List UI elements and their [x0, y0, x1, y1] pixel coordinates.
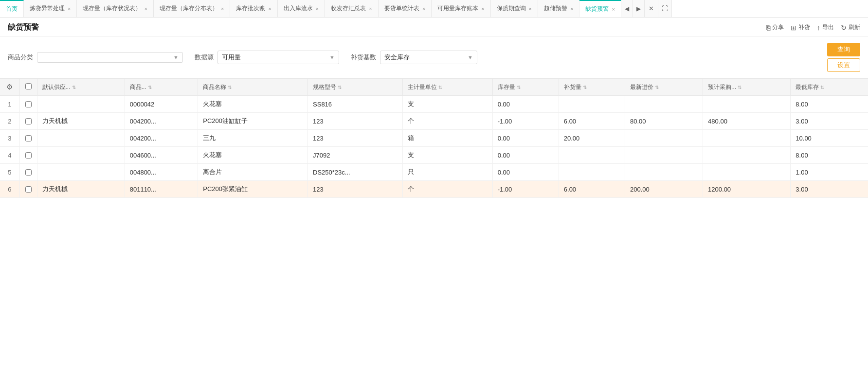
share-button[interactable]: ⎘ 分享 [766, 23, 784, 32]
row-replenish-3: 20.00 [559, 130, 625, 147]
table-row: 5 004800... 离合片 DS250*23c... 只 0.00 1.00 [0, 164, 868, 181]
th-est-purchase[interactable]: 预计采购... ⇅ [703, 79, 791, 96]
tab-close-collect-summary[interactable]: × [369, 6, 372, 12]
tab-shortage[interactable]: 缺货预警 × [579, 0, 621, 17]
row-select-2[interactable] [25, 118, 32, 124]
tab-inventory-status[interactable]: 现存量（库存状况表） × [77, 0, 153, 17]
row-product-code-5: 004800... [125, 164, 198, 181]
row-latest-price-1 [625, 96, 703, 113]
tab-home[interactable]: 首页 [0, 0, 24, 17]
tab-next-btn[interactable]: ▶ [633, 0, 645, 18]
sort-icon-replenish: ⇅ [583, 85, 587, 90]
sort-icon-product-code: ⇅ [148, 85, 152, 90]
sort-icon-est-purchase: ⇅ [738, 85, 741, 90]
row-est-purchase-4 [703, 147, 791, 164]
row-latest-price-2: 80.00 [625, 113, 703, 130]
table-body: 1 0000042 火花塞 SS816 支 0.00 8.00 2 力天机械 0… [0, 96, 868, 198]
row-checkbox-6[interactable] [19, 181, 37, 198]
category-select[interactable]: ▼ [37, 52, 183, 63]
row-checkbox-2[interactable] [19, 113, 37, 130]
tab-expiry-query[interactable]: 保质期查询 × [491, 0, 538, 17]
tab-collect-summary[interactable]: 收发存汇总表 × [325, 0, 378, 17]
settings-icon[interactable]: ⚙ [6, 83, 13, 91]
tab-order-stats[interactable]: 要货单统计表 × [379, 0, 432, 17]
th-min-stock[interactable]: 最低库存 ⇅ [791, 79, 868, 96]
th-unit[interactable]: 主计量单位 ⇅ [403, 79, 492, 96]
tab-close-shortage[interactable]: × [612, 6, 615, 12]
tab-fullscreen-btn[interactable]: ⛶ [658, 0, 672, 18]
tab-exception[interactable]: 炼货异常处理 × [24, 0, 77, 17]
row-checkbox-1[interactable] [19, 96, 37, 113]
tab-batch-account[interactable]: 库存批次账 × [230, 0, 277, 17]
refresh-button[interactable]: ↻ 刷新 [841, 23, 860, 32]
row-product-code-2: 004200... [125, 113, 198, 130]
tab-close-available-ledger[interactable]: × [481, 6, 484, 12]
th-settings[interactable]: ⚙ [0, 79, 19, 96]
table-row: 3 004200... 三九 123 箱 0.00 20.00 10.00 [0, 130, 868, 147]
row-index-6: 6 [0, 181, 19, 198]
row-product-name-6: PC200张紧油缸 [198, 181, 308, 198]
row-unit-6: 个 [403, 181, 492, 198]
tab-overstock[interactable]: 超储预警 × [538, 0, 579, 17]
tab-close-inventory-status[interactable]: × [144, 6, 147, 12]
row-stock-5: 0.00 [492, 164, 559, 181]
th-product-name[interactable]: 商品名称 ⇅ [198, 79, 308, 96]
page-title: 缺货预警 [8, 22, 39, 33]
row-select-6[interactable] [25, 186, 32, 193]
row-checkbox-4[interactable] [19, 147, 37, 164]
th-supplier[interactable]: 默认供应... ⇅ [37, 79, 125, 96]
tab-close-order-stats[interactable]: × [422, 6, 425, 12]
row-min-stock-5: 1.00 [791, 164, 868, 181]
replenish-button[interactable]: ⊞ 补货 [791, 23, 810, 32]
th-stock[interactable]: 库存量 ⇅ [492, 79, 559, 96]
table-row: 1 0000042 火花塞 SS816 支 0.00 8.00 [0, 96, 868, 113]
row-replenish-1 [559, 96, 625, 113]
refresh-icon: ↻ [841, 24, 847, 32]
th-spec[interactable]: 规格型号 ⇅ [308, 79, 403, 96]
row-select-4[interactable] [25, 152, 32, 158]
query-button[interactable]: 查询 [827, 43, 860, 56]
row-product-code-4: 004600... [125, 147, 198, 164]
tab-inout-flow[interactable]: 出入库流水 × [278, 0, 325, 17]
tab-close-expiry-query[interactable]: × [529, 6, 532, 12]
tab-available-ledger[interactable]: 可用量库存账本 × [432, 0, 490, 17]
tab-inventory-dist[interactable]: 现存量（库存分布表） × [154, 0, 230, 17]
th-replenish[interactable]: 补货量 ⇅ [559, 79, 625, 96]
row-product-name-2: PC200油缸缸子 [198, 113, 308, 130]
tab-close-all-btn[interactable]: ✕ [645, 0, 658, 18]
category-select-arrow: ▼ [173, 54, 179, 60]
datasource-select[interactable]: 可用量 ▼ [217, 51, 339, 64]
sort-icon-stock: ⇅ [517, 85, 521, 90]
table-header-row: ⚙ 默认供应... ⇅ 商品... ⇅ [0, 79, 868, 96]
row-unit-2: 个 [403, 113, 492, 130]
page-content: 缺货预警 ⎘ 分享 ⊞ 补货 ↑ 导出 ↻ 刷新 商品分类 [0, 18, 868, 387]
tab-close-overstock[interactable]: × [570, 6, 573, 12]
export-button[interactable]: ↑ 导出 [817, 23, 834, 32]
row-est-purchase-5 [703, 164, 791, 181]
row-spec-1: SS816 [308, 96, 403, 113]
th-checkbox[interactable] [19, 79, 37, 96]
tab-prev-btn[interactable]: ◀ [621, 0, 633, 18]
row-select-1[interactable] [25, 101, 32, 107]
row-latest-price-5 [625, 164, 703, 181]
sort-icon-supplier: ⇅ [72, 85, 76, 90]
table-row: 2 力天机械 004200... PC200油缸缸子 123 个 -1.00 6… [0, 113, 868, 130]
select-all-checkbox[interactable] [25, 83, 32, 89]
row-replenish-6: 6.00 [559, 181, 625, 198]
row-checkbox-3[interactable] [19, 130, 37, 147]
row-select-3[interactable] [25, 135, 32, 141]
tab-close-batch-account[interactable]: × [268, 6, 271, 12]
row-supplier-4 [37, 147, 125, 164]
tab-close-inout-flow[interactable]: × [316, 6, 319, 12]
tab-close-inventory-dist[interactable]: × [221, 6, 224, 12]
row-spec-5: DS250*23c... [308, 164, 403, 181]
th-product-code[interactable]: 商品... ⇅ [125, 79, 198, 96]
replenish-base-select[interactable]: 安全库存 ▼ [380, 51, 477, 64]
tab-close-exception[interactable]: × [68, 6, 71, 12]
th-latest-price[interactable]: 最新进价 ⇅ [625, 79, 703, 96]
settings-button[interactable]: 设置 [827, 58, 860, 72]
datasource-select-arrow: ▼ [329, 54, 335, 60]
row-select-5[interactable] [25, 169, 32, 176]
row-checkbox-5[interactable] [19, 164, 37, 181]
row-unit-3: 箱 [403, 130, 492, 147]
